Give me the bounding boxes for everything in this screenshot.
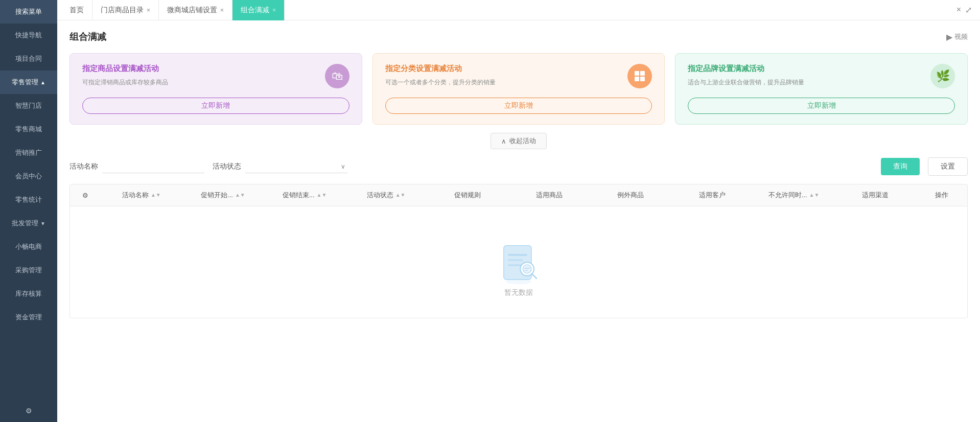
page-header: 组合满减 ▶ 视频 bbox=[69, 31, 968, 43]
promo-card-category-btn[interactable]: 立即新增 bbox=[385, 98, 652, 114]
gear-icon: ⚙ bbox=[26, 407, 32, 415]
svg-rect-14 bbox=[525, 270, 528, 271]
th-goods: 适用商品 bbox=[508, 191, 590, 200]
promo-card-category-desc: 可选一个或者多个分类，提升分类的销量 bbox=[385, 78, 652, 87]
chevron-down-icon: ▼ bbox=[40, 221, 45, 226]
sidebar-item-finance-mgmt[interactable]: 资金管理 bbox=[0, 306, 57, 329]
chevron-up-icon: ▲ bbox=[40, 80, 45, 85]
content-area: 组合满减 ▶ 视频 指定商品设置满减活动 可指定滞销商品或库存较多商品 🛍 立即… bbox=[57, 20, 980, 422]
sidebar-item-quick-nav[interactable]: 快捷导航 bbox=[0, 24, 57, 47]
close-tab-combo-discount[interactable]: × bbox=[272, 7, 276, 14]
tab-combo-discount[interactable]: 组合满减 × bbox=[232, 0, 285, 20]
query-btn[interactable]: 查询 bbox=[881, 158, 920, 175]
promo-card-brand: 指定品牌设置满减活动 适合与上游企业联合做营销，提升品牌销量 🌿 立即新增 bbox=[675, 53, 968, 125]
filter-item-name: 活动名称 bbox=[69, 160, 204, 173]
svg-rect-8 bbox=[508, 259, 523, 261]
promo-card-product-desc: 可指定滞销商品或库存较多商品 bbox=[82, 78, 349, 87]
th-status: 活动状态 ▲▼ bbox=[345, 191, 427, 200]
promo-card-product-title: 指定商品设置满减活动 bbox=[82, 64, 349, 74]
sidebar-settings-btn[interactable]: ⚙ bbox=[0, 400, 57, 422]
sidebar-item-purchase-mgmt[interactable]: 采购管理 bbox=[0, 259, 57, 282]
svg-rect-0 bbox=[635, 71, 639, 76]
filter-status-select-wrapper: 进行中 已结束 未开始 ∨ bbox=[245, 160, 347, 173]
th-except: 例外商品 bbox=[590, 191, 672, 200]
sidebar-item-retail-stats[interactable]: 零售统计 bbox=[0, 188, 57, 212]
settings-btn[interactable]: 设置 bbox=[928, 157, 968, 176]
promo-card-category-title: 指定分类设置满减活动 bbox=[385, 64, 652, 74]
th-end: 促销结束... ▲▼ bbox=[264, 191, 345, 200]
th-settings: ⚙ bbox=[70, 192, 101, 199]
table-header: ⚙ 活动名称 ▲▼ 促销开始... ▲▼ 促销结束... ▲▼ 活动状态 ▲▼ bbox=[70, 184, 967, 206]
th-name: 活动名称 ▲▼ bbox=[101, 191, 182, 200]
chevron-up-icon: ∧ bbox=[501, 137, 506, 145]
sort-icon-status[interactable]: ▲▼ bbox=[395, 193, 406, 198]
sidebar-item-wholesale-mgmt[interactable]: 批发管理 ▼ bbox=[0, 212, 57, 235]
sidebar-item-project-contract[interactable]: 项目合同 bbox=[0, 47, 57, 71]
th-start: 促销开始... ▲▼ bbox=[182, 191, 264, 200]
promo-card-product-btn[interactable]: 立即新增 bbox=[82, 98, 349, 114]
svg-rect-7 bbox=[508, 254, 527, 255]
sort-icon-end[interactable]: ▲▼ bbox=[317, 193, 327, 198]
promo-card-category: 指定分类设置满减活动 可选一个或者多个分类，提升分类的销量 立即新增 bbox=[372, 53, 665, 125]
sidebar-item-retail-mall[interactable]: 零售商城 bbox=[0, 118, 57, 141]
sidebar-item-ecommerce[interactable]: 小畅电商 bbox=[0, 235, 57, 259]
promo-card-brand-desc: 适合与上游企业联合做营销，提升品牌销量 bbox=[688, 78, 955, 87]
table-empty-state: 暂无数据 bbox=[70, 206, 967, 318]
empty-text: 暂无数据 bbox=[504, 288, 533, 297]
th-channel: 适用渠道 bbox=[834, 191, 916, 200]
svg-point-11 bbox=[523, 265, 531, 273]
promo-card-brand-title: 指定品牌设置满减活动 bbox=[688, 64, 955, 74]
data-table: ⚙ 活动名称 ▲▼ 促销开始... ▲▼ 促销结束... ▲▼ 活动状态 ▲▼ bbox=[69, 184, 968, 318]
th-no-concurrent: 不允许同时... ▲▼ bbox=[753, 191, 835, 200]
sidebar-item-search-menu[interactable]: 搜索菜单 bbox=[0, 0, 57, 24]
sort-icon-start[interactable]: ▲▼ bbox=[235, 193, 245, 198]
collapse-bar: ∧ 收起活动 bbox=[69, 133, 968, 149]
settings-icon[interactable]: ⚙ bbox=[82, 192, 88, 199]
tab-store-catalog[interactable]: 门店商品目录 × bbox=[92, 0, 159, 20]
promo-card-brand-icon: 🌿 bbox=[930, 64, 955, 88]
svg-point-4 bbox=[506, 279, 531, 285]
svg-rect-13 bbox=[525, 268, 530, 269]
tab-weimall-settings[interactable]: 微商城店铺设置 × bbox=[159, 0, 232, 20]
sidebar-item-member-center[interactable]: 会员中心 bbox=[0, 165, 57, 188]
window-controls: × ⤢ bbox=[952, 5, 976, 15]
page-title: 组合满减 bbox=[69, 31, 106, 43]
empty-illustration bbox=[493, 237, 544, 288]
sidebar-item-marketing[interactable]: 营销推广 bbox=[0, 141, 57, 165]
main-area: 首页 门店商品目录 × 微商城店铺设置 × 组合满减 × × ⤢ 组合满减 ▶ … bbox=[57, 0, 980, 422]
tab-bar: 首页 门店商品目录 × 微商城店铺设置 × 组合满减 × × ⤢ bbox=[57, 0, 980, 20]
filter-name-label: 活动名称 bbox=[69, 162, 98, 171]
promo-card-category-icon bbox=[627, 64, 652, 88]
svg-rect-2 bbox=[635, 77, 639, 81]
tab-home[interactable]: 首页 bbox=[61, 0, 92, 20]
sort-icon-name[interactable]: ▲▼ bbox=[151, 193, 161, 198]
th-customer: 适用客户 bbox=[671, 191, 753, 200]
filter-status-label: 活动状态 bbox=[213, 162, 241, 171]
sidebar: 搜索菜单 快捷导航 项目合同 零售管理 ▲ 智慧门店 零售商城 营销推广 会员中… bbox=[0, 0, 57, 422]
svg-line-12 bbox=[532, 274, 536, 278]
video-link[interactable]: ▶ 视频 bbox=[946, 32, 968, 42]
sort-icon-no-concurrent[interactable]: ▲▼ bbox=[809, 193, 820, 198]
filter-row: 活动名称 活动状态 进行中 已结束 未开始 ∨ 查询 设置 bbox=[69, 157, 968, 176]
close-tab-weimall-settings[interactable]: × bbox=[220, 7, 224, 14]
th-rule: 促销规则 bbox=[427, 191, 508, 200]
maximize-window-btn[interactable]: ⤢ bbox=[965, 5, 972, 15]
promo-card-product-icon: 🛍 bbox=[325, 64, 349, 88]
promo-card-product: 指定商品设置满减活动 可指定滞销商品或库存较多商品 🛍 立即新增 bbox=[69, 53, 362, 125]
close-window-btn[interactable]: × bbox=[956, 5, 961, 15]
promo-card-brand-btn[interactable]: 立即新增 bbox=[688, 98, 955, 114]
filter-item-status: 活动状态 进行中 已结束 未开始 ∨ bbox=[213, 160, 347, 173]
promo-cards-row: 指定商品设置满减活动 可指定滞销商品或库存较多商品 🛍 立即新增 指定分类设置满… bbox=[69, 53, 968, 125]
filter-name-input[interactable] bbox=[102, 160, 204, 173]
sidebar-item-inventory-calc[interactable]: 库存核算 bbox=[0, 282, 57, 306]
play-circle-icon: ▶ bbox=[946, 32, 952, 42]
sidebar-item-retail-mgmt[interactable]: 零售管理 ▲ bbox=[0, 71, 57, 94]
svg-rect-3 bbox=[640, 77, 645, 81]
filter-status-select[interactable]: 进行中 已结束 未开始 bbox=[245, 160, 347, 173]
svg-rect-1 bbox=[640, 71, 645, 76]
close-tab-store-catalog[interactable]: × bbox=[147, 7, 150, 14]
sidebar-item-smart-store[interactable]: 智慧门店 bbox=[0, 94, 57, 118]
th-ops: 操作 bbox=[916, 191, 967, 200]
collapse-activities-btn[interactable]: ∧ 收起活动 bbox=[491, 133, 547, 149]
